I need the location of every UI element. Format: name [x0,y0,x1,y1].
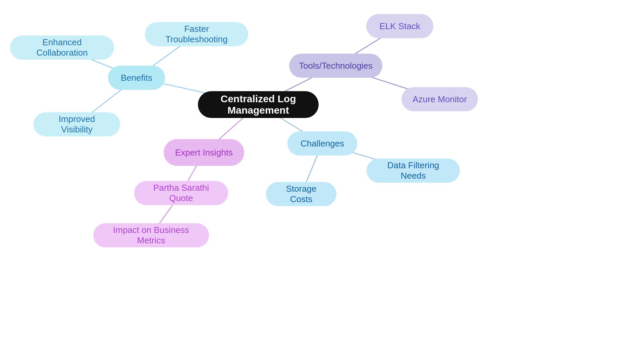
expert-insights-label: Expert Insights [175,147,233,158]
center-node[interactable]: Centralized Log Management [198,91,319,118]
improved-visibility-label: Improved Visibility [43,114,111,135]
elk-stack-node[interactable]: ELK Stack [366,14,433,38]
tools-tech-node[interactable]: Tools/Technologies [289,54,382,78]
enhanced-collaboration-label: Enhanced Collaboration [19,37,105,58]
challenges-node[interactable]: Challenges [287,131,357,156]
enhanced-collaboration-node[interactable]: Enhanced Collaboration [10,36,114,60]
faster-troubleshooting-label: Faster Troubleshooting [154,24,239,45]
storage-costs-node[interactable]: Storage Costs [266,182,336,206]
tools-tech-label: Tools/Technologies [299,61,373,71]
azure-monitor-label: Azure Monitor [413,94,467,105]
data-filtering-label: Data Filtering Needs [376,160,450,181]
faster-troubleshooting-node[interactable]: Faster Troubleshooting [145,22,248,46]
azure-monitor-node[interactable]: Azure Monitor [401,87,478,111]
partha-sarathi-label: Partha Sarathi Quote [144,183,219,203]
mindmap-container: Centralized Log Management Benefits Enha… [0,0,644,363]
expert-insights-node[interactable]: Expert Insights [164,139,244,166]
data-filtering-node[interactable]: Data Filtering Needs [367,159,460,183]
impact-business-node[interactable]: Impact on Business Metrics [93,223,209,247]
impact-business-label: Impact on Business Metrics [103,225,200,246]
elk-stack-label: ELK Stack [379,21,420,32]
center-label: Centralized Log Management [207,93,309,116]
storage-costs-label: Storage Costs [275,184,327,204]
improved-visibility-node[interactable]: Improved Visibility [34,112,120,136]
partha-sarathi-node[interactable]: Partha Sarathi Quote [134,181,228,205]
challenges-label: Challenges [301,138,344,149]
benefits-node[interactable]: Benefits [108,66,165,90]
benefits-label: Benefits [121,73,152,83]
